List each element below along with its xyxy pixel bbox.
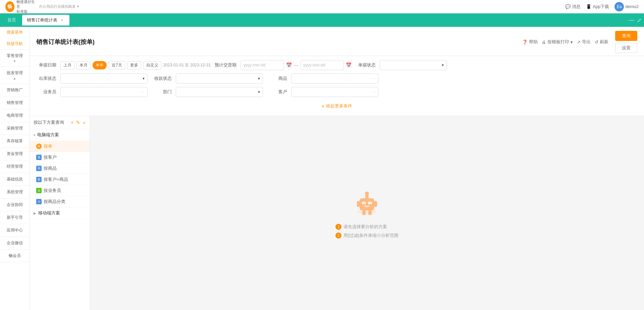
logo-text: 畅捷通好生意 标准版 <box>16 0 35 14</box>
tab-home-label: 首页 <box>7 17 16 23</box>
scheme-group-pc-header[interactable]: ▾ 电脑端方案 <box>30 129 90 141</box>
scheme-item-by-order[interactable]: 按 按单 <box>30 141 90 152</box>
workspace-selector[interactable]: 办公用品行业模拟账套 ▾ <box>39 4 561 9</box>
sidebar-item-appcenter-label: 应用中心 <box>7 227 23 233</box>
sidebar-item-wholesale[interactable]: 批发管理 ▲ <box>0 67 29 84</box>
tab-home[interactable]: 首页 <box>3 15 21 25</box>
scheme-edit-icon[interactable]: ✎ <box>76 120 80 125</box>
calendar-end-icon[interactable]: 📅 <box>346 62 352 68</box>
hint-item-1: 1 请先选择要分析的方案 <box>335 224 398 230</box>
recv-status-select[interactable]: ▾ <box>176 73 263 84</box>
sidebar-item-member[interactable]: 畅会员 <box>0 250 29 262</box>
messages-button[interactable]: 💬 消息 <box>565 4 581 10</box>
setting-button[interactable]: 设置 <box>615 43 637 53</box>
expected-date-start[interactable]: yyyy-mm-dd <box>240 60 284 70</box>
goods-select[interactable]: ··· <box>291 73 378 84</box>
svg-rect-7 <box>357 201 360 207</box>
messages-label: 消息 <box>572 4 581 10</box>
sidebar-item-basics[interactable]: 基础信息 <box>0 173 29 186</box>
sidebar-item-finance[interactable]: 资金管理 <box>0 148 29 160</box>
scheme-item-by-category[interactable]: 分 按商品分类 <box>30 196 90 207</box>
dept-label: 部门 <box>152 89 172 95</box>
query-button[interactable]: 查询 <box>615 31 637 41</box>
customer-label: 客户 <box>267 89 287 95</box>
more-btn[interactable]: 更多 <box>127 61 141 69</box>
help-button[interactable]: ❓ 帮助 <box>522 39 538 45</box>
scheme-item-cust-goods-label: 按客户+商品 <box>44 176 68 183</box>
this-month-btn[interactable]: 本月 <box>76 61 91 69</box>
expected-date-end[interactable]: yyyy-mm-dd <box>300 60 344 70</box>
sidebar-item-operations[interactable]: 经营管理 <box>0 160 29 173</box>
sidebar-search[interactable]: 搜索菜单 <box>0 27 29 38</box>
user-menu[interactable]: Ea demo2 <box>614 2 639 11</box>
sidebar-item-corpwx-label: 企业微信 <box>7 240 23 246</box>
scheme-item-by-goods[interactable]: 商 按商品 <box>30 163 90 174</box>
sidebar-item-newbie[interactable]: 新手引导 <box>0 211 29 224</box>
svg-rect-1 <box>360 198 374 210</box>
avatar: Ea <box>614 2 624 11</box>
scheme-collapse-icon[interactable]: « <box>83 120 86 125</box>
sidebar-item-inventory-label: 库存核算 <box>7 138 23 144</box>
sidebar-nav[interactable]: 快捷导航 <box>0 38 29 50</box>
last-month-btn[interactable]: 上月 <box>60 61 74 69</box>
recv-status-arrow: ▾ <box>258 76 260 81</box>
svg-rect-8 <box>374 201 377 207</box>
sidebar-item-inventory[interactable]: 库存核算 <box>0 135 29 148</box>
staff-select[interactable]: ··· <box>60 87 148 97</box>
dept-arrow: ▾ <box>258 90 260 94</box>
sidebar-item-marketing[interactable]: 营销推广 <box>0 84 29 97</box>
calendar-start-icon[interactable]: 📅 <box>286 62 292 68</box>
tab-close-button[interactable]: × <box>59 17 65 23</box>
top-actions: 💬 消息 📱 App下载 Ea demo2 <box>565 2 639 11</box>
workspace-name: 办公用品行业模拟账套 <box>39 4 76 9</box>
scheme-item-by-customer[interactable]: 客 按客户 <box>30 152 90 163</box>
export-label: 导出 <box>582 39 591 45</box>
scheme-panel: 按以下方案查询 + ✎ « ▾ 电脑端方案 按 按单 <box>30 116 90 310</box>
scheme-group-mobile-header[interactable]: ▶ 移动端方案 <box>30 207 90 219</box>
sidebar-item-appcenter[interactable]: 应用中心 <box>0 224 29 237</box>
scheme-icon-customer: 客 <box>36 155 42 160</box>
scheme-item-by-staff[interactable]: 业 按业务员 <box>30 185 90 196</box>
out-status-select[interactable]: ▾ <box>60 73 148 84</box>
sidebar-item-system[interactable]: 系统管理 <box>0 186 29 199</box>
last7-btn[interactable]: 近7天 <box>109 61 125 69</box>
scheme-icon-category: 分 <box>36 199 42 204</box>
print-button[interactable]: 🖨 按模板打印 ▾ <box>542 39 573 45</box>
sidebar-item-retail-label: 零售管理 <box>7 53 23 59</box>
sidebar-item-corpwx[interactable]: 企业微信 <box>0 237 29 250</box>
dept-select[interactable]: ▾ <box>176 87 263 97</box>
export-icon: ↗ <box>577 40 581 45</box>
goods-label: 商品 <box>267 75 287 82</box>
tab-expand-icon[interactable]: ⤢ <box>637 17 641 23</box>
sidebar-item-ecommerce[interactable]: 电商管理 <box>0 109 29 122</box>
svg-rect-4 <box>364 206 370 207</box>
customer-dots: ··· <box>372 90 375 94</box>
refresh-icon: ↺ <box>595 40 598 45</box>
pc-group-arrow-icon: ▾ <box>34 133 35 137</box>
doc-status-label: 单据状态 <box>356 62 376 68</box>
scheme-item-category-label: 按商品分类 <box>44 199 65 205</box>
staff-label: 业务员 <box>36 89 56 95</box>
sidebar-item-retail[interactable]: 零售管理 ▼ <box>0 50 29 67</box>
app-download-button[interactable]: 📱 App下载 <box>586 4 609 10</box>
empty-state: 1 请先选择要分析的方案 2 用[过滤]条件来缩小分析范围 <box>90 116 644 310</box>
scheme-item-order-label: 按单 <box>44 143 52 149</box>
customer-select[interactable]: ··· <box>291 87 378 97</box>
sidebar-item-enterprise[interactable]: 企业协同 <box>0 199 29 211</box>
sidebar-item-sales[interactable]: 销售管理 <box>0 97 29 109</box>
tab-sales-order-label: 销售订单统计表 <box>27 17 57 23</box>
hint-text-2: 用[过滤]条件来缩小分析范围 <box>343 232 398 239</box>
scheme-item-by-cust-goods[interactable]: 客 按客户+商品 <box>30 174 90 185</box>
user-name: demo2 <box>625 4 639 9</box>
collapse-button[interactable]: ∧ 收起更多条件 <box>36 100 637 112</box>
this-year-btn[interactable]: 本年 <box>93 61 107 69</box>
tab-minimize-icon[interactable]: — <box>629 17 634 23</box>
sidebar-item-purchase[interactable]: 采购管理 <box>0 122 29 135</box>
scheme-add-icon[interactable]: + <box>71 120 73 125</box>
export-button[interactable]: ↗ 导出 <box>577 39 591 45</box>
doc-status-select[interactable]: ▾ <box>380 60 447 70</box>
custom-btn[interactable]: 自定义 <box>143 61 161 69</box>
scheme-panel-header: 按以下方案查询 + ✎ « <box>30 116 90 129</box>
tab-sales-order[interactable]: 销售订单统计表 × <box>22 15 69 25</box>
refresh-button[interactable]: ↺ 刷新 <box>595 39 608 45</box>
